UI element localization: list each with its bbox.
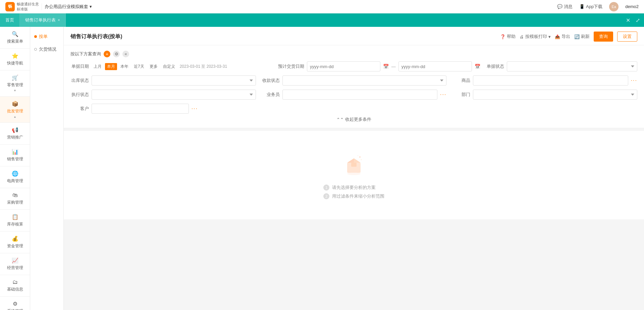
sub-sidebar: 按单 欠货情况 [30,27,64,310]
empty-steps: 1 请先选择要分析的方案 2 用过滤条件来缩小分析范围 [323,185,384,199]
filter-settings-button[interactable]: ⚙ [113,51,120,57]
app-download-label: App下载 [586,4,602,10]
date-tab-more[interactable]: 更多 [148,63,160,70]
wholesale-icon: 📦 [12,101,18,107]
customer-input[interactable] [92,104,189,114]
filter-group-date: 单据日期 上月 本月 本年 近7天 更多 自定义 2023-03-01 至 20… [70,63,273,70]
nav-expand-icon[interactable]: ⤢ [634,16,641,25]
search-icon: 🔍 [12,31,18,37]
exec-status-select[interactable] [92,90,256,100]
tab-current[interactable]: 销售订单执行表 × [20,13,66,27]
sidebar-quicknav-label: 快捷导航 [7,60,23,66]
forecast-from-input[interactable] [307,61,380,71]
filter-row-1: 单据日期 上月 本月 本年 近7天 更多 自定义 2023-03-01 至 20… [70,61,637,71]
sub-dot-active [34,35,37,38]
query-button[interactable]: 查询 [594,32,613,42]
dept-select[interactable] [473,90,637,100]
forecast-to-input[interactable] [398,61,472,71]
nav-tabs-right: ✕ ⤢ [622,13,644,27]
logo-text: 畅捷通好生意 标准版 [17,2,39,11]
retail-expand-icon: ▾ [14,89,16,92]
sidebar-item-marketing[interactable]: 📢 营销推广 [0,123,30,145]
salesperson-input[interactable] [282,90,437,100]
stock-status-label: 出库状态 [70,78,89,84]
sidebar-item-retail[interactable]: 🛒 零售管理 ▾ [0,70,30,97]
retail-icon: 🛒 [12,74,18,81]
date-tab-7days[interactable]: 近7天 [132,63,146,70]
payment-status-select[interactable] [282,75,447,86]
goods-input[interactable] [473,75,628,86]
export-label: 导出 [561,34,570,40]
collapse-label: 收起更多条件 [345,116,371,122]
salesperson-dots[interactable]: ··· [440,92,446,98]
stock-status-select[interactable] [92,75,256,86]
tab-home[interactable]: 首页 [0,13,20,27]
basic-icon: 🗂 [12,279,18,285]
sub-item-arrears[interactable]: 欠货情况 [30,43,63,56]
filter-group-doc-status: 单据状态 [486,61,637,71]
date-tabs: 上月 本月 本年 近7天 更多 自定义 [92,63,177,70]
sub-item-order-exec[interactable]: 按单 [30,30,63,43]
sidebar-item-ecommerce[interactable]: 🌐 电商管理 [0,166,30,188]
tab-close-icon[interactable]: × [58,18,60,22]
company-name: 办公用品行业模拟账套 [45,4,88,10]
filter-group-goods: 商品 ··· [452,75,637,86]
payment-status-label: 收款状态 [261,78,280,84]
svg-rect-3 [351,163,357,167]
app-download-action[interactable]: 📱 App下载 [579,4,602,10]
settings-button[interactable]: 设置 [617,32,637,42]
filter-collapse-button[interactable]: « [122,51,129,57]
goods-dots[interactable]: ··· [631,78,637,84]
filter-add-button[interactable]: + [104,51,110,57]
sidebar-item-quicknav[interactable]: ⭐ 快捷导航 [0,49,30,70]
doc-status-select[interactable] [507,61,637,71]
calendar-icon-from[interactable]: 📅 [383,64,389,69]
filter-row-4: 客户 ··· [70,104,637,114]
filter-group-payment-status: 收款状态 [261,75,447,86]
sidebar-item-inventory[interactable]: 📋 库存核算 [0,210,30,231]
goods-label: 商品 [452,78,470,84]
svg-marker-2 [354,158,361,163]
sidebar-item-system[interactable]: ⚙ 系统管理 [0,297,30,310]
salesperson-label: 业务员 [261,92,280,98]
step-num-1: 1 [323,185,329,191]
help-button[interactable]: ❓ 帮助 [500,34,516,40]
calendar-icon-to[interactable]: 📅 [475,64,480,69]
sidebar-item-wholesale[interactable]: 📦 批发管理 ▴ [0,97,30,123]
filter-row-3: 执行状态 业务员 ··· 部门 [70,90,637,100]
filter-group-forecast: 预计交货日期 📅 — 📅 [278,61,480,71]
sidebar-item-search[interactable]: 🔍 搜索菜单 [0,27,30,49]
exec-status-label: 执行状态 [70,92,89,98]
system-icon: ⚙ [13,301,17,307]
sidebar-item-sales[interactable]: 📊 销售管理 [0,145,30,166]
sidebar-item-finance[interactable]: 💰 资金管理 [0,231,30,253]
sidebar-retail-label: 零售管理 [7,82,23,88]
date-tab-thisyear[interactable]: 本年 [118,63,130,70]
message-action[interactable]: 💬 消息 [557,4,573,10]
print-template-button[interactable]: 🖨 按模板打印 ▾ [520,34,551,40]
export-button[interactable]: 📤 导出 [555,34,570,40]
app-icon: 📱 [579,4,585,9]
logo-area: 畅 畅捷通好生意 标准版 [5,2,39,11]
refresh-button[interactable]: 🔄 刷新 [574,34,590,40]
star-icon: ⭐ [12,53,18,59]
sub-item-label-arrears: 欠货情况 [39,46,56,52]
sidebar-item-basic[interactable]: 🗂 基础信息 [0,275,30,297]
chevron-up-icon: ⌃⌃ [336,117,344,122]
nav-close-icon[interactable]: ✕ [625,16,632,25]
customer-dots[interactable]: ··· [192,106,198,112]
date-tab-custom[interactable]: 自定义 [161,63,177,70]
user-name[interactable]: demo2 [625,4,639,9]
svg-point-5 [359,156,361,158]
avatar: Ea [609,2,619,11]
collapse-more-button[interactable]: ⌃⌃ 收起更多条件 [70,114,637,125]
filter-panel: 按以下方案查询 + ⚙ « 单据日期 上月 本月 本年 近7天 更多 [64,45,644,128]
date-tab-thismonth[interactable]: 本月 [105,63,117,70]
date-tab-lastmonth[interactable]: 上月 [92,63,104,70]
filter-group-dept: 部门 [452,90,637,100]
header-divider [42,3,42,10]
company-selector[interactable]: 办公用品行业模拟账套 ▾ [45,4,92,10]
sidebar-item-operations[interactable]: 📈 经营管理 [0,253,30,275]
sidebar-item-purchase[interactable]: 🛍 采购管理 [0,188,30,210]
page-header: 销售订单执行表(按单) ❓ 帮助 🖨 按模板打印 ▾ 📤 导出 🔄 刷新 [64,27,644,45]
